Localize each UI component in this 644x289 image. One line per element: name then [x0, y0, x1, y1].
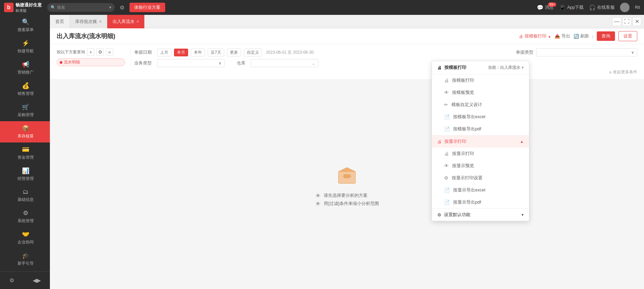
filter-settings-button[interactable]: ⚙ [96, 48, 104, 56]
marketing-icon: 📢 [22, 61, 29, 68]
sidebar-bottom: ⚙ ◀▶ [0, 271, 50, 289]
logo-icon: b [4, 3, 13, 12]
export-icon: 📤 [555, 34, 560, 39]
print-template-button[interactable]: 🖨 按模板打印 ▲ [519, 33, 551, 39]
template-print-item[interactable]: 🖨 按模板打印 [432, 74, 529, 86]
tab-close-button[interactable]: ✕ [633, 17, 641, 26]
template-excel-item-icon: 📄 [444, 114, 450, 120]
filter-scheme: 按以下方案查询 + ⚙ « 流水明细 [57, 48, 131, 66]
app-download-button[interactable]: 📱 App下载 [559, 4, 584, 11]
warehouse-select[interactable]: ... [251, 59, 318, 67]
doc-type-select[interactable]: ∨ [536, 48, 637, 56]
sidebar-item-search[interactable]: 🔍 搜索菜单 [0, 15, 50, 36]
sidebar-item-corp[interactable]: 🤝 企业协同 [0, 227, 50, 248]
empty-steps: ❶ 请先选择要分析的方案 ❷ 用[过滤]条件来缩小分析范围 [315, 192, 379, 207]
template-custom-item[interactable]: ✏ 模板自定义设计 [432, 99, 529, 111]
display-print-section-header[interactable]: 🖨 按显示打印 ▲ [432, 135, 529, 148]
quick-nav-icon: ⚡ [22, 40, 29, 47]
tab-batch-account-close[interactable]: × [99, 19, 101, 24]
display-print-header-icon: 🖨 [437, 139, 442, 144]
date-btn-this-month[interactable]: 本月 [174, 49, 188, 56]
tab-home[interactable]: 首页 [50, 15, 70, 28]
sidebar-item-finance[interactable]: 💳 资金管理 [0, 142, 50, 164]
sidebar-scroll: 🔍 搜索菜单 ⚡ 快捷导航 📢 营销推广 💰 销售管理 🛒 采购管理 📦 [0, 15, 50, 271]
template-excel-item[interactable]: 📄 按模板导出excel [432, 111, 529, 123]
customer-service-button[interactable]: 🎧 在线客服 [589, 4, 615, 11]
search-bar[interactable]: 🔍 搜索 ▾ [47, 3, 115, 12]
empty-state: ❶ 请先选择要分析的方案 ❷ 用[过滤]条件来缩小分析范围 [50, 79, 644, 289]
topbar-settings-icon[interactable]: ⚙ [117, 3, 127, 12]
tab-maximize-button[interactable]: ⛶ [622, 17, 631, 26]
template-print-header-icon: 🖨 [437, 65, 442, 70]
topbar-right: 💬 消息 99+ 📱 App下载 🎧 在线客服 Rit [537, 3, 640, 12]
sidebar-item-inventory[interactable]: 📦 库存核算 [0, 121, 50, 142]
display-pdf-item[interactable]: 📄 按显示导出pdf [432, 196, 529, 208]
default-section-header[interactable]: ⚙ 设置默认功能 ▾ [432, 208, 529, 221]
display-preview-item[interactable]: 👁 按显示预览 [432, 160, 529, 172]
display-excel-item[interactable]: 📄 按显示导出excel [432, 184, 529, 196]
sidebar-item-base[interactable]: 🗂 基础信息 [0, 185, 50, 206]
refresh-button[interactable]: 🔄 刷新 [574, 33, 589, 39]
sidebar-item-marketing[interactable]: 📢 营销推广 [0, 57, 50, 79]
sidebar: 🔍 搜索菜单 ⚡ 快捷导航 📢 营销推广 💰 销售管理 🛒 采购管理 📦 [0, 15, 50, 289]
sidebar-item-system[interactable]: ⚙ 系统管理 [0, 206, 50, 227]
system-icon: ⚙ [23, 209, 28, 217]
display-print-item[interactable]: 🖨 按显示打印 [432, 148, 529, 160]
empty-step-1: ❶ 请先选择要分析的方案 [315, 192, 379, 199]
corp-icon: 🤝 [22, 231, 29, 238]
sidebar-item-sales[interactable]: 💰 销售管理 [0, 79, 50, 100]
filter-section: 按以下方案查询 + ⚙ « 流水明细 单据日期 [50, 44, 644, 79]
sidebar-item-quick-nav[interactable]: ⚡ 快捷导航 [0, 36, 50, 57]
display-pdf-item-icon: 📄 [444, 200, 450, 205]
filter-collapse-button[interactable]: « [106, 48, 113, 56]
display-print-settings-item-icon: ⚙ [444, 175, 448, 181]
trial-button[interactable]: 体验行业方案 [129, 3, 165, 12]
page-title: 出入库流水(流水明细) [57, 32, 115, 40]
display-excel-item-icon: 📄 [444, 187, 450, 193]
toolbar-right: 🖨 按模板打印 ▲ 📤 导出 🔄 刷新 | 查询 设置 [519, 31, 637, 41]
template-preview-item[interactable]: 👁 按模板预览 [432, 86, 529, 99]
sidebar-item-guide[interactable]: 🎓 新手引导 [0, 248, 50, 270]
sidebar-settings-icon[interactable]: ⚙ [8, 276, 16, 285]
collapse-row: ∧ 收起更多条件 [57, 69, 637, 75]
template-pdf-item[interactable]: 📄 按模板导出pdf [432, 123, 529, 135]
collapse-button[interactable]: ∧ 收起更多条件 [609, 69, 637, 75]
svg-rect-2 [344, 174, 350, 178]
main-layout: 🔍 搜索菜单 ⚡ 快捷导航 📢 营销推广 💰 销售管理 🛒 采购管理 📦 [0, 15, 644, 289]
sidebar-collapse-icon[interactable]: ◀▶ [31, 276, 42, 285]
query-button[interactable]: 查询 [597, 31, 615, 41]
filter-add-button[interactable]: + [87, 48, 94, 56]
business-type-select[interactable]: ∨ [157, 59, 225, 67]
template-print-section-header[interactable]: 🖨 按模板打印 当前：出入库流水 ▾ [432, 61, 529, 74]
tab-flow[interactable]: 出入库流水 × [107, 15, 145, 28]
finance-icon: 💳 [22, 146, 29, 153]
user-avatar[interactable] [620, 3, 630, 12]
tab-flow-close[interactable]: × [137, 19, 139, 24]
settings-button[interactable]: 设置 [618, 31, 637, 41]
empty-step-2: ❷ 用[过滤]条件来缩小分析范围 [315, 201, 379, 207]
date-range-display: 2023-06-01 至 2023-06-30 [266, 50, 314, 55]
export-button[interactable]: 📤 导出 [555, 33, 570, 39]
content-area: 首页 库存批次账 × 出入库流水 × — ⛶ ✕ 出入库流水(流水明细) [50, 15, 644, 289]
filter-tag-item[interactable]: 流水明细 [57, 58, 125, 66]
date-btn-custom[interactable]: 自定义 [244, 49, 262, 56]
sidebar-item-purchase[interactable]: 🛒 采购管理 [0, 100, 50, 121]
message-button[interactable]: 💬 消息 99+ [537, 4, 554, 11]
print-icon: 🖨 [519, 34, 523, 39]
tab-minimize-button[interactable]: — [612, 17, 621, 26]
template-preview-item-icon: 👁 [444, 90, 449, 95]
warehouse-label: 仓库 [237, 60, 245, 66]
filter-fields: 单据日期 上月 本月 本年 近7天 更多 自定义 2023-06-01 至 20… [134, 48, 637, 67]
search-menu-icon: 🔍 [22, 18, 29, 26]
date-options-group: 上月 本月 本年 近7天 更多 自定义 2023-06-01 至 2023-06… [157, 49, 314, 56]
display-print-settings-item[interactable]: ⚙ 按显示打印设置 [432, 172, 529, 184]
date-label: 单据日期 [134, 49, 152, 55]
sidebar-item-operation[interactable]: 📊 经营管理 [0, 164, 50, 185]
date-btn-this-year[interactable]: 本年 [191, 49, 205, 56]
default-section-icon: ⚙ [437, 212, 441, 217]
date-btn-more[interactable]: 更多 [227, 49, 241, 56]
date-btn-7days[interactable]: 近7天 [208, 49, 224, 56]
collapse-up-icon: ∧ [609, 70, 612, 75]
date-btn-last-month[interactable]: 上月 [157, 49, 171, 56]
tab-batch-account[interactable]: 库存批次账 × [70, 15, 107, 28]
